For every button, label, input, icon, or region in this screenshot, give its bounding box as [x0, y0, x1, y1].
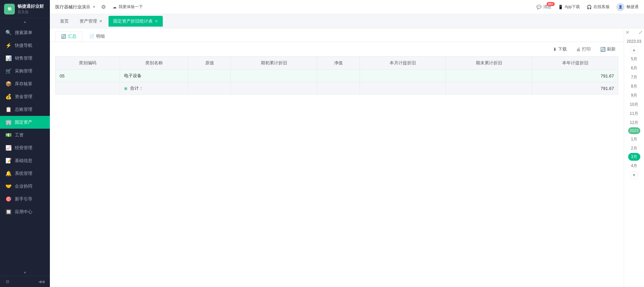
tab-home[interactable]: 首页	[55, 16, 73, 27]
system-icon: 🔔	[5, 170, 11, 177]
experience-label: 我要体验一下	[119, 4, 143, 10]
online-service-btn[interactable]: 🎧 在线客服	[587, 4, 610, 10]
print-btn[interactable]: 🖨 打印	[574, 45, 593, 54]
message-icon: 💬	[536, 5, 542, 9]
operations-icon: 📈	[5, 145, 11, 151]
sales-icon: 📊	[5, 55, 11, 61]
sidebar-item-appcenter[interactable]: 🔲 应用中心	[0, 205, 50, 218]
app-download-btn[interactable]: 📱 App下载	[558, 4, 580, 10]
sidebar-item-sales[interactable]: 📊 销售管理	[0, 52, 50, 65]
panel-month-feb[interactable]: 2月	[624, 144, 644, 153]
sidebar-item-system[interactable]: 🔔 系统管理	[0, 167, 50, 180]
sidebar-item-inventory[interactable]: 📦 库存核算	[0, 77, 50, 90]
main-content: 🔄 汇总 📄 明细 ⬇ 下载 🖨 打印 🔄	[50, 28, 624, 287]
sidebar-item-quicknav[interactable]: ⚡ 快捷导航	[0, 39, 50, 52]
cloud-icon: ☁	[113, 5, 117, 9]
col-header-year-dep: 本年计提折旧	[532, 57, 618, 70]
sidebar-item-search[interactable]: 🔍 搜索菜单	[0, 26, 50, 39]
sidebar-item-finance[interactable]: 💰 资金管理	[0, 90, 50, 103]
sidebar-item-label: 应用中心	[15, 209, 32, 215]
sidebar-footer: ⚙ ◀◀	[0, 276, 50, 287]
tab-asset-close-icon[interactable]: ✕	[99, 19, 102, 24]
collapse-icon[interactable]: ◀◀	[38, 279, 44, 284]
panel-expand-icon[interactable]: ⤢	[639, 30, 643, 35]
sidebar-item-label: 固定资产	[15, 119, 32, 125]
topbar-settings-icon[interactable]: ⚙	[101, 4, 106, 10]
sum-month-dep	[360, 82, 446, 95]
sidebar-item-salary[interactable]: 💵 工资	[0, 129, 50, 141]
app-version: 普及版	[18, 9, 44, 14]
panel-month-aug[interactable]: 8月	[624, 82, 644, 91]
sidebar-item-fixedasset[interactable]: 🏢 固定资产	[0, 116, 50, 129]
sidebar-item-guide[interactable]: 🎯 新手引导	[0, 193, 50, 205]
panel-month-mar[interactable]: 3月	[628, 153, 640, 161]
sum-original	[188, 82, 231, 95]
sidebar-item-basicinfo[interactable]: 📝 基础信息	[0, 154, 50, 167]
col-header-begin-accum: 期初累计折旧	[231, 57, 317, 70]
sidebar-scroll-up[interactable]: ▲	[22, 19, 28, 24]
experience-btn[interactable]: ☁ 我要体验一下	[113, 4, 143, 10]
sum-net-value	[317, 82, 360, 95]
sidebar-item-label: 基础信息	[15, 158, 32, 164]
sidebar-item-cooperation[interactable]: 🤝 企业协同	[0, 180, 50, 193]
panel-month-nov[interactable]: 11月	[624, 109, 644, 118]
panel-month-jun[interactable]: 6月	[624, 64, 644, 73]
panel-nav-down[interactable]: ▼	[630, 171, 638, 179]
sidebar-item-ledger[interactable]: 📋 总账管理	[0, 103, 50, 116]
sum-end-accum	[446, 82, 532, 95]
ledger-icon: 📋	[5, 106, 11, 113]
download-btn[interactable]: ⬇ 下载	[550, 45, 570, 54]
sidebar-item-label: 快捷导航	[15, 42, 32, 49]
app-name: 畅捷通好业财	[18, 3, 44, 9]
user-menu[interactable]: 👤 畅捷通	[616, 3, 639, 11]
basicinfo-icon: 📝	[5, 158, 11, 164]
panel-month-jan[interactable]: 1月	[624, 135, 644, 144]
right-panel: ✕ ⤢ 2023.03 ▲ 5月 6月 7月 8月 9月 10月 11月 12月…	[624, 28, 644, 287]
refresh-icon: 🔄	[600, 47, 606, 52]
company-name: 医疗器械行业演示	[55, 4, 90, 10]
refresh-label: 刷新	[607, 46, 616, 52]
table-summary-row: ▣ 合计： 791.67	[56, 82, 618, 95]
topbar-right: 💬 消息 99+ 📱 App下载 🎧 在线客服 👤 畅捷通	[536, 3, 639, 11]
company-selector[interactable]: 医疗器械行业演示 ▼	[55, 4, 96, 10]
panel-close-icon[interactable]: ✕	[625, 30, 630, 35]
tab-asset-mgmt[interactable]: 资产管理 ✕	[75, 16, 107, 27]
panel-month-apr[interactable]: 4月	[624, 161, 644, 170]
table-header-row: 类别编码 类别名称 原值 期初累计折旧 净值 本月计提折旧 期末累计折旧 本年计…	[56, 57, 618, 70]
sum-icon: ▣	[124, 86, 127, 90]
sidebar-item-label: 系统管理	[15, 170, 32, 177]
tab-depreciation-close-icon[interactable]: ✕	[155, 19, 158, 24]
tab-depreciation-report[interactable]: 固定资产折旧统计表 ✕	[109, 16, 163, 27]
settings-icon[interactable]: ⚙	[5, 279, 10, 284]
detail-icon: 📄	[89, 34, 94, 39]
tabbar: 首页 资产管理 ✕ 固定资产折旧统计表 ✕	[50, 14, 644, 28]
sidebar-nav: 🔍 搜索菜单 ⚡ 快捷导航 📊 销售管理 🛒 采购管理 📦 库存核算 💰 资金管…	[0, 25, 50, 269]
panel-month-dec[interactable]: 12月	[624, 118, 644, 127]
download-label: 下载	[558, 46, 567, 52]
panel-month-may[interactable]: 5月	[624, 55, 644, 64]
panel-month-jul[interactable]: 7月	[624, 73, 644, 82]
inner-tab-detail-label: 明细	[96, 33, 105, 39]
inner-tab-detail[interactable]: 📄 明细	[84, 31, 111, 42]
inner-tab-summary[interactable]: 🔄 汇总	[55, 31, 82, 42]
print-icon: 🖨	[576, 47, 581, 52]
sum-year-dep: 791.67	[532, 82, 618, 95]
table-row[interactable]: 05 电子设备 791.67	[56, 70, 618, 82]
col-header-original: 原值	[188, 57, 231, 70]
refresh-btn[interactable]: 🔄 刷新	[597, 45, 618, 54]
panel-month-sep[interactable]: 9月	[624, 91, 644, 100]
sidebar-scroll-down[interactable]: ▼	[22, 270, 28, 275]
message-btn[interactable]: 💬 消息 99+	[536, 4, 551, 10]
panel-month-oct[interactable]: 10月	[624, 100, 644, 109]
avatar: 👤	[616, 3, 624, 11]
sidebar-item-label: 总账管理	[15, 106, 32, 113]
sidebar-item-purchase[interactable]: 🛒 采购管理	[0, 65, 50, 77]
col-header-code: 类别编码	[56, 57, 120, 70]
cell-net-value	[317, 70, 360, 82]
panel-year-2023[interactable]: 2023	[628, 127, 640, 134]
summary-icon: 🔄	[61, 34, 66, 39]
panel-nav-up[interactable]: ▲	[630, 46, 638, 54]
sidebar-item-operations[interactable]: 📈 经营管理	[0, 141, 50, 154]
sidebar-item-label: 资金管理	[15, 94, 32, 100]
sidebar-item-label: 销售管理	[15, 55, 32, 61]
